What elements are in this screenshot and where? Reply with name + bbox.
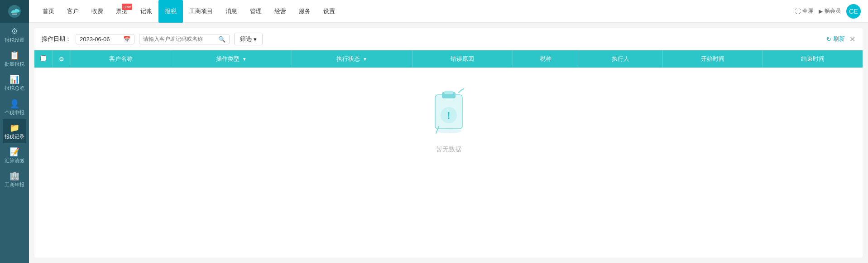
column-operation-type: 操作类型 ▼ bbox=[171, 50, 292, 68]
sidebar-item-gongshangniansbao[interactable]: 🏢工商年报 bbox=[3, 167, 26, 191]
member-button[interactable]: ▶ 畅会员 bbox=[819, 7, 841, 15]
sort-arrow-status[interactable]: ▼ bbox=[363, 57, 367, 62]
filter-label: 筛选 bbox=[240, 35, 252, 43]
member-label: 畅会员 bbox=[825, 7, 841, 15]
nav-label-kehu: 客户 bbox=[67, 7, 79, 15]
date-picker[interactable]: 📅 bbox=[76, 34, 134, 44]
sidebar-item-baoshuizonglan[interactable]: 📊报税总览 bbox=[3, 71, 26, 95]
sidebar-icon-baoshuishezhi: ⚙ bbox=[11, 26, 18, 36]
col-label-end: 结束时间 bbox=[801, 55, 825, 62]
toolbar-right: ↻ 刷新 ✕ bbox=[826, 35, 855, 44]
col-label-error: 错误原因 bbox=[451, 55, 474, 62]
nav-item-baoshui[interactable]: 报税 bbox=[158, 0, 183, 23]
sidebar-label-baoshuijilu: 报税记录 bbox=[5, 134, 24, 140]
main-table: ⚙ 客户名称 操作类型 ▼ 执行状态 ▼ bbox=[34, 50, 863, 68]
sidebar: ⚙报税设置📋批量报税📊报税总览👤个税申报📁报税记录📝汇算清缴🏢工商年报 bbox=[0, 0, 29, 263]
sidebar-logo bbox=[0, 0, 29, 23]
search-icon[interactable]: 🔍 bbox=[218, 36, 225, 43]
fullscreen-icon: ⛶ bbox=[795, 8, 801, 15]
nav-item-jingying[interactable]: 经营 bbox=[268, 0, 293, 23]
new-badge-piao: new bbox=[122, 4, 132, 10]
nav-item-fuwu[interactable]: 服务 bbox=[293, 0, 317, 23]
col-label-customer: 客户名称 bbox=[109, 55, 133, 62]
sidebar-item-geshushenubao[interactable]: 👤个税申报 bbox=[3, 95, 26, 119]
sidebar-item-baoshuishezhi[interactable]: ⚙报税设置 bbox=[3, 23, 26, 47]
sidebar-item-piliangshuibao[interactable]: 📋批量报税 bbox=[3, 47, 26, 71]
sidebar-icon-geshushenubao: 👤 bbox=[10, 99, 19, 109]
col-label-tax: 税种 bbox=[540, 55, 551, 62]
table-container: ⚙ 客户名称 操作类型 ▼ 执行状态 ▼ bbox=[34, 50, 863, 258]
column-start-time: 开始时间 bbox=[662, 50, 763, 68]
topnav-right: ⛶ 全屏 ▶ 畅会员 CE bbox=[795, 4, 861, 19]
col-label-optype: 操作类型 bbox=[216, 55, 240, 62]
nav-label-guanli: 管理 bbox=[250, 7, 262, 15]
column-tax-type: 税种 bbox=[513, 50, 579, 68]
nav-item-shezhi[interactable]: 设置 bbox=[317, 0, 341, 23]
sidebar-label-gongshangniansbao: 工商年报 bbox=[5, 182, 24, 188]
sidebar-label-baoshuishezhi: 报税设置 bbox=[5, 37, 24, 43]
nav-item-guanli[interactable]: 管理 bbox=[244, 0, 268, 23]
nav-item-gongshangxiangmu[interactable]: 工商项目 bbox=[183, 0, 219, 23]
svg-rect-3 bbox=[444, 91, 453, 94]
sidebar-icon-baoshuijilu: 📁 bbox=[10, 123, 19, 133]
refresh-icon: ↻ bbox=[826, 36, 831, 43]
nav-item-piao[interactable]: 票据new bbox=[110, 0, 134, 23]
search-input[interactable] bbox=[143, 36, 216, 42]
nav-item-shouye[interactable]: 首页 bbox=[36, 0, 61, 23]
svg-point-8 bbox=[436, 129, 461, 133]
nav-label-jzhang: 记账 bbox=[140, 7, 152, 15]
nav-label-baoshui: 报税 bbox=[165, 7, 177, 15]
sidebar-item-huisuanqingcuo[interactable]: 📝汇算清缴 bbox=[3, 143, 26, 167]
toolbar: 操作日期： 📅 🔍 筛选 ▾ ↻ 刷新 ✕ bbox=[34, 28, 863, 50]
user-initials: CE bbox=[849, 8, 858, 15]
search-box[interactable]: 🔍 bbox=[139, 34, 230, 44]
column-customer-name: 客户名称 bbox=[71, 50, 171, 68]
col-label-status: 执行状态 bbox=[336, 55, 360, 62]
close-button[interactable]: ✕ bbox=[849, 35, 855, 44]
table-header: ⚙ 客户名称 操作类型 ▼ 执行状态 ▼ bbox=[34, 50, 863, 68]
refresh-button[interactable]: ↻ 刷新 bbox=[826, 35, 845, 43]
nav-label-fuwu: 服务 bbox=[299, 7, 311, 15]
fullscreen-label: 全屏 bbox=[802, 7, 813, 15]
settings-icon[interactable]: ⚙ bbox=[59, 56, 64, 63]
sidebar-item-baoshuijilu[interactable]: 📁报税记录 bbox=[3, 119, 26, 143]
nav-label-shouye: 首页 bbox=[43, 7, 54, 15]
sidebar-label-baoshuizonglan: 报税总览 bbox=[5, 85, 24, 91]
sidebar-icon-piliangshuibao: 📋 bbox=[10, 50, 19, 60]
sidebar-label-huisuanqingcuo: 汇算清缴 bbox=[5, 158, 24, 164]
nav-label-shezhi: 设置 bbox=[323, 7, 335, 15]
select-all-checkbox[interactable] bbox=[40, 55, 46, 61]
video-icon: ▶ bbox=[819, 8, 823, 15]
column-exec-status: 执行状态 ▼ bbox=[292, 50, 412, 68]
empty-state: ! 暂无数据 bbox=[34, 68, 863, 181]
filter-button[interactable]: 筛选 ▾ bbox=[234, 33, 263, 45]
column-checkbox bbox=[34, 50, 53, 68]
calendar-icon: 📅 bbox=[123, 36, 130, 43]
refresh-label: 刷新 bbox=[833, 35, 845, 43]
svg-line-6 bbox=[459, 89, 462, 93]
date-input[interactable] bbox=[80, 36, 120, 43]
col-label-start: 开始时间 bbox=[701, 55, 724, 62]
nav-item-xiaoxi[interactable]: 消息 bbox=[219, 0, 244, 23]
nav-label-gongshangxiangmu: 工商项目 bbox=[189, 7, 213, 15]
col-label-executor: 执行人 bbox=[612, 55, 629, 62]
nav-item-kehu[interactable]: 客户 bbox=[61, 0, 85, 23]
empty-text: 暂无数据 bbox=[436, 146, 461, 154]
nav-item-shoufei[interactable]: 收费 bbox=[85, 0, 110, 23]
sidebar-label-geshushenubao: 个税申报 bbox=[5, 110, 24, 116]
top-navigation: 首页客户收费票据new记账报税工商项目消息管理经营服务设置 ⛶ 全屏 ▶ 畅会员… bbox=[29, 0, 868, 23]
sidebar-icon-gongshangniansbao: 🏢 bbox=[10, 171, 19, 181]
sidebar-label-piliangshuibao: 批量报税 bbox=[5, 61, 24, 67]
nav-label-xiaoxi: 消息 bbox=[225, 7, 237, 15]
fullscreen-button[interactable]: ⛶ 全屏 bbox=[795, 7, 813, 15]
svg-marker-7 bbox=[462, 88, 464, 90]
nav-item-jzhang[interactable]: 记账 bbox=[134, 0, 158, 23]
content-area: 操作日期： 📅 🔍 筛选 ▾ ↻ 刷新 ✕ bbox=[34, 28, 863, 258]
nav-label-jingying: 经营 bbox=[274, 7, 286, 15]
sort-arrow-optype[interactable]: ▼ bbox=[242, 57, 247, 62]
user-avatar[interactable]: CE bbox=[846, 4, 861, 19]
date-label: 操作日期： bbox=[42, 35, 71, 43]
empty-illustration: ! bbox=[426, 86, 471, 140]
sidebar-icon-baoshuizonglan: 📊 bbox=[10, 74, 19, 84]
column-settings: ⚙ bbox=[53, 50, 71, 68]
